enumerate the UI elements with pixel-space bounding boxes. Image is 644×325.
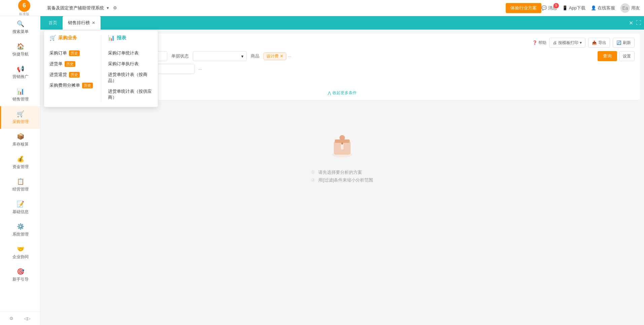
purchase-icon: 🛒 [17,110,24,118]
dropdown-item-goods-stats[interactable]: 进货单统计表（按商品） [108,69,153,86]
tab-actions: ✕ ⛶ [629,20,641,26]
settings-btn[interactable]: 设置 [619,51,635,61]
inventory-icon: 📦 [17,133,24,140]
sidebar-item-guide[interactable]: 🎯 新手引导 [0,264,40,286]
svg-point-5 [341,143,343,145]
report-col-title: 📊 报表 [108,35,153,44]
home-icon: 🏠 [17,43,24,50]
sidebar-label-basic: 基础信息 [12,209,29,215]
dropdown-item-supplier-stats[interactable]: 进货单统计表（按供应商） [108,86,153,103]
collapse-btn[interactable]: ⋀ 收起更多条件 [328,90,357,96]
sidebar-bottom: ⚙ ◁▷ [0,312,40,325]
sidebar-label-system: 系统管理 [12,232,29,237]
enterprise-icon: 🤝 [17,245,24,253]
sidebar-label-marketing: 营销推广 [12,74,29,80]
online-service-action[interactable]: 👤 在线客服 [591,5,615,11]
sidebar-item-enterprise[interactable]: 🤝 企业协同 [0,241,40,264]
dropdown-item-order-exec[interactable]: 采购订单执行表 [108,58,153,69]
sidebar-item-operation[interactable]: 📋 经营管理 [0,174,40,196]
purchase-section-icon: 🛒 [49,35,56,41]
goods-tag-close[interactable]: ✕ [280,54,283,58]
help-btn[interactable]: ❓ 帮助 [532,40,546,46]
header-right: 💬 消息 9 📱 App下载 👤 在线客服 Ea 用友 [541,3,640,13]
industry-button[interactable]: 体验行业方案 [506,3,541,13]
print-icon: 🖨 [553,40,557,45]
message-action[interactable]: 💬 消息 9 [541,5,557,11]
tab-window-maximize[interactable]: ⛶ [636,20,641,26]
sidebar-label-sales: 销售管理 [12,96,29,102]
phone-icon: 📱 [562,5,568,10]
dropdown-divider [101,35,101,103]
purchase-order-hist: 历史 [69,50,80,56]
basic-icon: 📝 [17,200,24,208]
salesperson-dots[interactable]: ··· [199,67,202,72]
report-section-icon: 📊 [108,35,115,41]
goods-label: 商品 [251,53,259,59]
purchase-col: 🛒 采购业务 采购订单 历史 进货单 历史 进货退货 历史 采购费用分摊单 历史 [44,35,100,103]
refresh-icon: 🔄 [616,40,621,45]
tab-window-close[interactable]: ✕ [629,20,633,26]
voucher-status-select[interactable]: ▾ [193,51,247,61]
logo-icon: 6 [18,0,30,12]
dropdown-item-return[interactable]: 进货退货 历史 [49,69,94,80]
sidebar-item-purchase[interactable]: 🛒 采购管理 [0,106,40,129]
sidebar-item-nav[interactable]: 🏠 快捷导航 [0,39,40,61]
empty-text: ① 请先选择要分析的方案 ② 用[过滤]条件来缩小分析范围 [311,168,373,184]
user-action[interactable]: Ea 用友 [620,3,640,13]
service-icon: 👤 [591,5,596,10]
settings-bottom-icon[interactable]: ⚙ [9,316,13,321]
dropdown-item-purchase-order[interactable]: 采购订单 历史 [49,48,94,58]
sidebar-item-basic[interactable]: 📝 基础信息 [0,196,40,219]
dropdown-item-expense[interactable]: 采购费用分摊单 历史 [49,80,94,91]
logo-area: 6 标准版 [4,0,44,16]
goods-stats-label: 进货单统计表（按商品） [108,72,153,84]
incoming-hist: 历史 [65,61,75,67]
svg-point-3 [339,135,345,140]
tab-bar: 首页 销售排行榜 ✕ ✕ ⛶ [40,16,644,30]
goods-filter-dots[interactable]: ··· [288,54,291,59]
purchase-dropdown-menu: 🛒 采购业务 采购订单 历史 进货单 历史 进货退货 历史 采购费用分摊单 历史 [44,30,158,107]
sidebar-label-purchase: 采购管理 [12,119,29,125]
refresh-btn[interactable]: 🔄 刷新 [613,38,635,48]
export-btn[interactable]: 📤 导出 [588,38,610,48]
app-download-label: App下载 [569,5,585,11]
system-dropdown-arrow[interactable]: ▾ [107,5,109,10]
sidebar-label-guide: 新手引导 [12,277,29,282]
voucher-status-label: 单据状态 [171,53,189,59]
tab-home[interactable]: 首页 [43,16,63,30]
user-label: 用友 [631,5,640,11]
operation-icon: 📋 [17,178,24,185]
dropdown-item-order-stats[interactable]: 采购订单统计表 [108,48,153,58]
message-icon: 💬 [541,5,547,10]
expense-label: 采购费用分摊单 [49,82,80,88]
tab-sales-rank[interactable]: 销售排行榜 ✕ [63,16,101,30]
search-icon: 🔍 [17,20,24,28]
app-download-action[interactable]: 📱 App下载 [562,5,585,11]
dropdown-cols: 🛒 采购业务 采购订单 历史 进货单 历史 进货退货 历史 采购费用分摊单 历史 [44,35,158,103]
avatar-char: Ea [622,5,628,11]
guide-icon: 🎯 [17,268,24,275]
sidebar-label-nav: 快捷导航 [12,51,29,57]
logo-text: 标准版 [19,12,29,16]
sidebar-item-sales[interactable]: 📊 销售管理 [0,84,40,106]
supplier-stats-label: 进货单统计表（按供应商） [108,88,153,100]
sidebar-item-finance[interactable]: 💰 资金管理 [0,151,40,174]
sidebar: 🔍 搜索菜单 🏠 快捷导航 📢 营销推广 📊 销售管理 🛒 采购管理 📦 库存核… [0,16,40,325]
top-header: 6 标准版 装备及固定资产辅助管理系统 ▾ ⚙ 体验行业方案 💬 消息 9 📱 … [0,0,644,16]
print-btn[interactable]: 🖨 按模板打印 ▾ [549,38,585,48]
sidebar-label-search: 搜索菜单 [12,29,29,35]
sidebar-item-system[interactable]: ⚙️ 系统管理 [0,219,40,241]
collapse-sidebar-icon[interactable]: ◁▷ [24,316,31,321]
goods-tag: 设计费 ✕ [263,52,286,60]
query-btn[interactable]: 查询 [598,51,617,61]
dropdown-item-incoming[interactable]: 进货单 历史 [49,58,94,69]
sidebar-item-search[interactable]: 🔍 搜索菜单 [0,16,40,39]
voucher-dropdown-icon: ▾ [241,54,244,59]
tab-close-icon[interactable]: ✕ [92,21,95,25]
tab-sales-rank-label: 销售排行榜 [68,20,90,26]
system-title: 装备及固定资产辅助管理系统 ▾ ⚙ [44,5,506,11]
sidebar-item-inventory[interactable]: 📦 库存核算 [0,129,40,151]
settings-icon[interactable]: ⚙ [113,5,117,10]
incoming-label: 进货单 [49,61,63,67]
sidebar-item-marketing[interactable]: 📢 营销推广 [0,61,40,84]
